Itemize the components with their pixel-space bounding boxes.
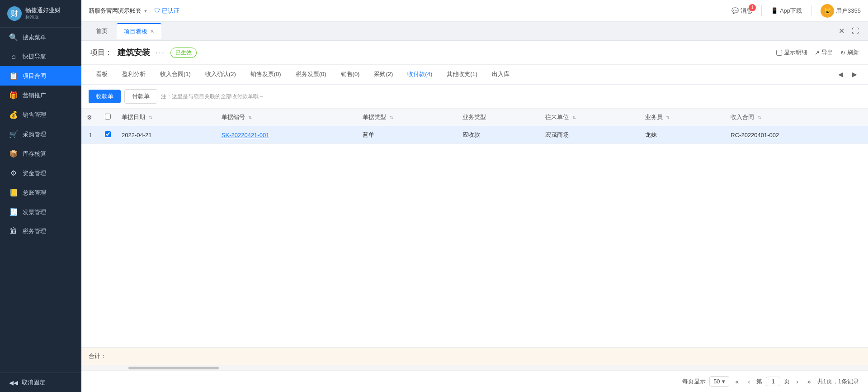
- sub-tab-sales[interactable]: 销售(0): [334, 65, 367, 85]
- sidebar-item-inventory[interactable]: 📦库存核算: [0, 144, 81, 163]
- project-name-label: 新服务官网演示账套: [89, 7, 142, 15]
- page-title: 建筑安装: [118, 47, 150, 58]
- horizontal-scrollbar[interactable]: [81, 365, 868, 370]
- sub-tab-tax-invoice[interactable]: 税务发票(0): [288, 65, 334, 85]
- date-sort-icon[interactable]: ⇅: [149, 115, 152, 120]
- user-button[interactable]: 🐱 用户3355: [821, 4, 861, 18]
- app-download-button[interactable]: 📱 App下载: [771, 7, 802, 15]
- sub-tab-prev-icon[interactable]: ◀: [835, 69, 847, 80]
- sub-tab-kanban[interactable]: 看板: [89, 65, 115, 85]
- row-salesperson: 龙妹: [640, 126, 725, 144]
- partner-sort-icon[interactable]: ⇅: [572, 115, 576, 120]
- receipts-button[interactable]: 收款单: [89, 90, 121, 103]
- page-header-right: 显示明细 ↗ 导出 ↻ 刷新: [776, 48, 859, 57]
- last-page-button[interactable]: »: [805, 377, 814, 386]
- sidebar-unpin-button[interactable]: ◀◀ 取消固定: [0, 373, 81, 392]
- unpin-icon: ◀◀: [9, 379, 18, 386]
- sidebar-item-tax-mgmt[interactable]: 🏛税务管理: [0, 222, 81, 241]
- salesperson-sort-icon[interactable]: ⇅: [666, 115, 670, 120]
- topbar-divider2: [811, 5, 811, 16]
- topbar: 新服务官网演示账套 ▾ 🛡 已认证 💬 消息 1 📱 App下载 🐱 用户335…: [81, 0, 868, 22]
- tab-home[interactable]: 首页: [89, 24, 115, 39]
- sidebar-item-ledger[interactable]: 📒总账管理: [0, 183, 81, 202]
- message-badge: 1: [749, 4, 756, 11]
- checkbox-header[interactable]: [99, 109, 116, 126]
- row-partner: 宏茂商场: [540, 126, 640, 144]
- status-badge: 已生效: [170, 48, 197, 58]
- receipt-link[interactable]: SK-20220421-001: [222, 132, 269, 139]
- tab-close-icon[interactable]: ✕: [150, 29, 154, 34]
- sidebar-logo: 财 畅捷通好业财 标准版: [0, 0, 81, 28]
- sub-tab-next-icon[interactable]: ▶: [849, 69, 861, 80]
- logo-icon: 财: [7, 6, 22, 21]
- export-button[interactable]: ↗ 导出: [815, 48, 833, 57]
- sidebar-item-marketing[interactable]: 🎁营销推广: [0, 86, 81, 105]
- page-number-input[interactable]: [766, 377, 780, 386]
- sub-tab-profit[interactable]: 盈利分析: [115, 65, 153, 85]
- show-detail-checkbox[interactable]: 显示明细: [776, 48, 807, 57]
- sidebar-item-purchase-mgmt[interactable]: 🛒采购管理: [0, 124, 81, 144]
- sub-tab-receipts[interactable]: 收付款(4): [400, 65, 439, 85]
- topbar-project[interactable]: 新服务官网演示账套 ▾: [89, 7, 147, 15]
- sidebar-nav: 🔍搜索菜单⌂快捷导航📋项目合同🎁营销推广💰销售管理🛒采购管理📦库存核算⚙资金管理…: [0, 28, 81, 373]
- sidebar-item-quick-nav[interactable]: ⌂快捷导航: [0, 47, 81, 66]
- content-area: 首页 项目看板 ✕ ✕ ⛶ 项目： 建筑安装 ··· 已生效 显示明细: [81, 22, 868, 392]
- quick-nav-icon: ⌂: [9, 53, 18, 61]
- note-text: 注：这里是与项目关联的全部收付款单哦～: [161, 93, 264, 100]
- sub-tab-income-contract[interactable]: 收入合同(1): [153, 65, 198, 85]
- sidebar-item-sales-mgmt[interactable]: 💰销售管理: [0, 105, 81, 124]
- settings-icon[interactable]: ⚙: [87, 114, 92, 121]
- sidebar-item-fund-mgmt[interactable]: ⚙资金管理: [0, 163, 81, 183]
- sub-tab-sales-invoice[interactable]: 销售发票(0): [243, 65, 288, 85]
- user-avatar: 🐱: [821, 4, 834, 18]
- tab-project-board[interactable]: 项目看板 ✕: [117, 23, 161, 39]
- next-page-button[interactable]: ›: [793, 377, 801, 386]
- refresh-button[interactable]: ↻ 刷新: [840, 48, 859, 57]
- phone-icon: 📱: [771, 7, 778, 14]
- first-page-button[interactable]: «: [733, 377, 742, 386]
- settings-header[interactable]: ⚙: [81, 109, 99, 126]
- partner-header: 往来单位 ⇅: [540, 109, 640, 126]
- page-suffix: 页: [784, 378, 790, 386]
- sidebar-item-search[interactable]: 🔍搜索菜单: [0, 28, 81, 47]
- payments-button[interactable]: 付款单: [124, 89, 157, 104]
- project-prefix: 项目：: [90, 48, 112, 57]
- prev-page-button[interactable]: ‹: [745, 377, 753, 386]
- scroll-thumb[interactable]: [128, 367, 219, 369]
- type-sort-icon[interactable]: ⇅: [390, 115, 393, 120]
- row-checkbox[interactable]: [99, 126, 116, 144]
- sidebar-item-project-contract[interactable]: 📋项目合同: [0, 66, 81, 86]
- number-sort-icon[interactable]: ⇅: [248, 115, 252, 120]
- sub-tab-income-confirm[interactable]: 收入确认(2): [198, 65, 243, 85]
- row-income-contract: RC-20220401-002: [725, 126, 868, 144]
- sub-tabs: 看板盈利分析收入合同(1)收入确认(2)销售发票(0)税务发票(0)销售(0)采…: [81, 65, 868, 85]
- tab-close-window-icon[interactable]: ✕: [837, 26, 846, 36]
- tab-right-actions: ✕ ⛶: [837, 26, 861, 36]
- date-header: 单据日期 ⇅: [116, 109, 216, 126]
- income-contract-sort-icon[interactable]: ⇅: [758, 115, 761, 120]
- per-page-select[interactable]: 50 ▾: [709, 376, 729, 387]
- row-biz-type: 应收款: [457, 126, 540, 144]
- sub-tab-warehouse[interactable]: 出入库: [485, 65, 517, 85]
- sub-tab-purchase[interactable]: 采购(2): [367, 65, 400, 85]
- topbar-right: 💬 消息 1 📱 App下载 🐱 用户3355: [731, 4, 861, 18]
- per-page-chevron-icon: ▾: [722, 378, 725, 385]
- tab-expand-icon[interactable]: ⛶: [850, 26, 861, 36]
- main-area: 新服务官网演示账套 ▾ 🛡 已认证 💬 消息 1 📱 App下载 🐱 用户335…: [81, 0, 868, 392]
- shield-icon: 🛡: [154, 7, 160, 14]
- purchase-mgmt-icon: 🛒: [9, 130, 18, 139]
- salesperson-header: 业务员 ⇅: [640, 109, 725, 126]
- sub-tab-other-expenses[interactable]: 其他收支(1): [439, 65, 485, 85]
- project-contract-icon: 📋: [9, 72, 18, 80]
- show-detail-input[interactable]: [776, 50, 782, 56]
- row-number[interactable]: SK-20220421-001: [216, 126, 357, 144]
- sidebar-item-invoice-mgmt[interactable]: 🧾发票管理: [0, 202, 81, 222]
- sum-row: 合计：: [81, 347, 868, 365]
- marketing-icon: 🎁: [9, 91, 18, 100]
- message-button[interactable]: 💬 消息 1: [731, 7, 752, 15]
- select-all-checkbox[interactable]: [105, 114, 111, 120]
- table-container: ⚙ 单据日期 ⇅ 单据编号 ⇅: [81, 109, 868, 347]
- more-actions-icon[interactable]: ···: [156, 48, 165, 57]
- row-select-checkbox[interactable]: [105, 131, 111, 137]
- page-label: 第: [756, 378, 762, 386]
